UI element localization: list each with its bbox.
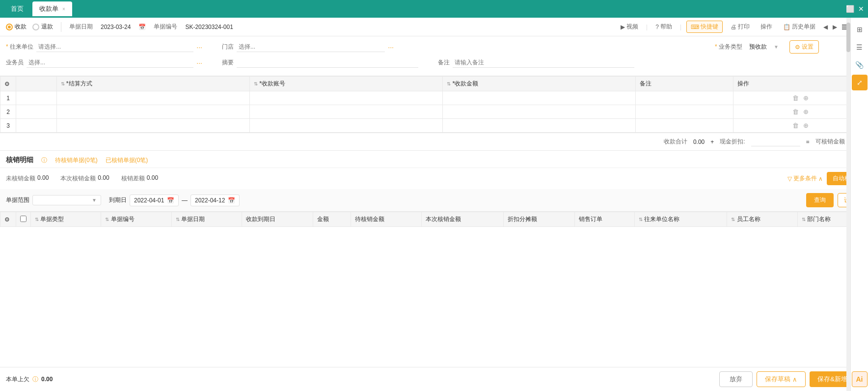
diff-label: 核销差额 bbox=[121, 174, 145, 183]
bill-info-icon[interactable]: ⓘ bbox=[32, 375, 38, 384]
pending-tab[interactable]: 待核销单据(0笔) bbox=[55, 156, 98, 165]
tab-home-label: 首页 bbox=[11, 4, 24, 13]
salesperson-input[interactable] bbox=[27, 57, 193, 68]
sidebar-expand-icon[interactable]: ⤢ bbox=[852, 75, 868, 90]
bill-range-select[interactable]: ▼ bbox=[32, 195, 101, 205]
settings-label: 设置 bbox=[802, 43, 814, 51]
bt-number-label: 单据编号 bbox=[111, 216, 135, 223]
store-input[interactable] bbox=[237, 42, 385, 52]
sidebar-list-icon[interactable]: ☰ bbox=[852, 39, 868, 55]
row-3-account[interactable] bbox=[249, 119, 442, 133]
bt-check-th[interactable] bbox=[16, 212, 31, 227]
abandon-btn[interactable]: 放弃 bbox=[719, 371, 753, 387]
draft-btn[interactable]: 保存草稿 ∧ bbox=[757, 371, 806, 387]
main-table-container: ⚙ ⇅ *结算方式 ⇅ *收款账号 ⇅ *收款金额 备注 操作 1 bbox=[0, 76, 868, 133]
more-conditions-btn[interactable]: ▽ 更多条件 ∧ bbox=[787, 174, 823, 183]
operations-btn[interactable]: 操作 bbox=[758, 21, 775, 32]
unreconciled-label: 未核销金额 bbox=[6, 174, 35, 183]
shortcut-icon: ⌨ bbox=[691, 24, 699, 30]
bt-employee-th: ⇅ 员工名称 bbox=[727, 212, 797, 227]
row-1-amount[interactable] bbox=[443, 91, 636, 105]
this-bill-value: 0.00 bbox=[41, 376, 53, 383]
receipt-radio[interactable]: 收款 bbox=[6, 23, 27, 31]
row-2-account[interactable] bbox=[249, 105, 442, 119]
row-3-method[interactable] bbox=[56, 119, 249, 133]
bt-amount-label: 金额 bbox=[317, 216, 329, 223]
reconcile-info-icon[interactable]: ⓘ bbox=[41, 156, 47, 165]
row-2-copy-icon[interactable]: ⊕ bbox=[803, 108, 809, 115]
summary-input[interactable] bbox=[237, 57, 418, 68]
date-calendar-icon[interactable]: 📅 bbox=[138, 24, 146, 30]
row-2-empty bbox=[16, 105, 57, 119]
col-amount-th: ⇅ *收款金额 bbox=[443, 77, 636, 91]
row-3-copy-icon[interactable]: ⊕ bbox=[803, 122, 809, 129]
history-icon: 📋 bbox=[783, 24, 790, 30]
store-more-btn[interactable]: ··· bbox=[388, 43, 394, 51]
right-scroll[interactable] bbox=[846, 18, 850, 391]
right-sidebar: ⊞ ☰ 📎 ⤢ Ai bbox=[850, 18, 868, 391]
note-input[interactable] bbox=[453, 57, 634, 68]
table-gear-th[interactable]: ⚙ bbox=[0, 77, 16, 91]
help-btn[interactable]: ? 帮助 bbox=[652, 21, 675, 32]
sidebar-table-icon[interactable]: ⊞ bbox=[852, 22, 868, 37]
query-btn[interactable]: 查询 bbox=[806, 193, 834, 207]
col-num-th bbox=[16, 77, 57, 91]
sidebar-attach-icon[interactable]: 📎 bbox=[852, 57, 868, 73]
arrow-right-icon[interactable]: ▶ bbox=[833, 24, 837, 30]
tab-bar-close-icon[interactable]: ✕ bbox=[858, 5, 864, 13]
refund-radio-dot bbox=[32, 24, 39, 30]
bt-order-th: 销售订单 bbox=[574, 212, 634, 227]
row-2-note[interactable] bbox=[636, 105, 733, 119]
bt-gear-th[interactable]: ⚙ bbox=[0, 212, 16, 227]
total-value: 0.00 bbox=[693, 139, 705, 145]
draft-chevron-icon[interactable]: ∧ bbox=[792, 376, 797, 383]
row-2-delete-icon[interactable]: 🗑 bbox=[792, 108, 799, 115]
row-1-account[interactable] bbox=[249, 91, 442, 105]
row-1-method[interactable] bbox=[56, 91, 249, 105]
number-value: SK-20230324-001 bbox=[185, 24, 233, 30]
bill-range-chevron: ▼ bbox=[92, 197, 97, 203]
row-2-amount[interactable] bbox=[443, 105, 636, 119]
current-label: 本次核销金额 bbox=[60, 174, 96, 183]
row-2-method[interactable] bbox=[56, 105, 249, 119]
counterpart-input[interactable] bbox=[36, 42, 193, 52]
row-3-delete-icon[interactable]: 🗑 bbox=[792, 122, 799, 129]
tab-receipt[interactable]: 收款单 × bbox=[32, 1, 72, 16]
form-area: 往来单位 ··· 门店 ··· 业务类型 预收款 ▼ ⚙ 设置 bbox=[0, 36, 868, 76]
salesperson-more-btn[interactable]: ··· bbox=[196, 59, 202, 67]
print-label: 打印 bbox=[738, 23, 750, 31]
due-date-to[interactable]: 2022-04-12 📅 bbox=[190, 195, 240, 206]
video-label: 视频 bbox=[626, 23, 638, 31]
more-conditions-label: 更多条件 bbox=[793, 174, 817, 183]
row-3-amount[interactable] bbox=[443, 119, 636, 133]
bt-pending-th: 待核销金额 bbox=[351, 212, 422, 227]
bt-check-all[interactable] bbox=[20, 216, 27, 222]
arrow-left-icon[interactable]: ◀ bbox=[823, 24, 828, 30]
tab-bar-maximize-icon[interactable]: ⬜ bbox=[846, 5, 854, 13]
form-settings-btn[interactable]: ⚙ 设置 bbox=[789, 40, 819, 54]
row-1-note[interactable] bbox=[636, 91, 733, 105]
row-1-copy-icon[interactable]: ⊕ bbox=[803, 94, 809, 102]
bt-type-label: 单据类型 bbox=[40, 216, 64, 223]
date-value: 2023-03-24 bbox=[101, 24, 131, 30]
counterpart-more-btn[interactable]: ··· bbox=[196, 43, 202, 51]
refund-radio[interactable]: 退款 bbox=[32, 23, 53, 31]
shortcut-btn[interactable]: ⌨ 快捷键 bbox=[686, 21, 723, 33]
due-date-from[interactable]: 2022-04-01 📅 bbox=[130, 195, 179, 206]
discount-input[interactable] bbox=[751, 137, 800, 146]
tab-close-icon[interactable]: × bbox=[62, 6, 65, 12]
chevron-up-icon: ∧ bbox=[818, 175, 823, 182]
bt-employee-label: 员工名称 bbox=[737, 216, 760, 223]
receipt-radio-label: 收款 bbox=[15, 23, 27, 31]
business-type-chevron[interactable]: ▼ bbox=[774, 44, 779, 50]
bt-order-label: 销售订单 bbox=[579, 216, 602, 223]
done-tab[interactable]: 已核销单据(0笔) bbox=[106, 156, 148, 165]
print-btn[interactable]: 🖨 打印 bbox=[728, 21, 753, 32]
sidebar-ai-icon[interactable]: Ai bbox=[852, 371, 868, 387]
video-btn[interactable]: ▶ 视频 bbox=[618, 21, 641, 32]
row-3-note[interactable] bbox=[636, 119, 733, 133]
history-btn[interactable]: 📋 历史单据 bbox=[780, 21, 818, 32]
scroll-thumb[interactable] bbox=[846, 23, 850, 52]
row-1-delete-icon[interactable]: 🗑 bbox=[792, 94, 799, 102]
tab-home[interactable]: 首页 bbox=[4, 1, 30, 16]
